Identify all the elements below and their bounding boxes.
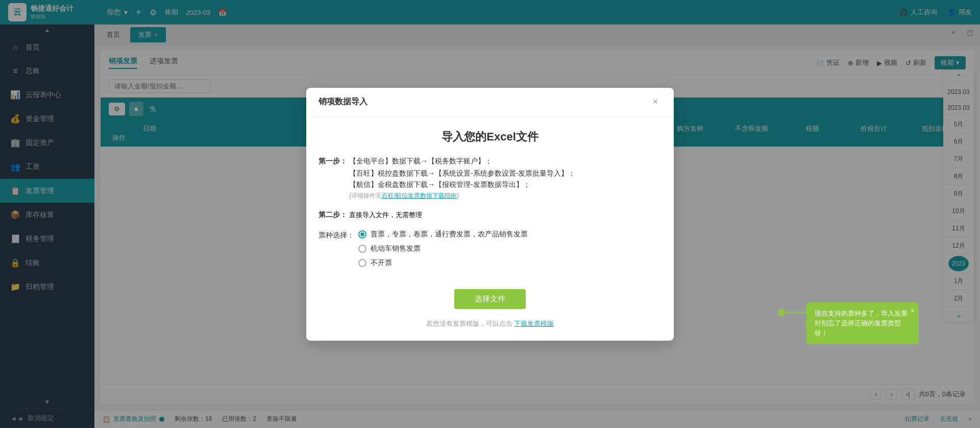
radio-circle-2	[358, 245, 366, 253]
modal-footer: 若您没有发票模版，可以点击 下载发票模版	[318, 319, 662, 328]
modal-overlay: 销项数据导入 × 导入您的Excel文件 第一步： 【全电平台】数据下载→【税务…	[0, 0, 980, 428]
step1-content1: 【全电平台】数据下载→【税务数字账户】；	[349, 157, 492, 165]
tooltip-line	[785, 312, 809, 313]
modal-body: 导入您的Excel文件 第一步： 【全电平台】数据下载→【税务数字账户】； 【百…	[306, 117, 674, 341]
step1-line3: 【航信】金税盘数据下载→【报税管理-发票数据导出】；	[318, 180, 662, 189]
step1-guide-link[interactable]: 百旺/航信发票数据下载指南	[382, 192, 457, 199]
modal-header: 销项数据导入 ×	[306, 88, 674, 117]
tooltip-text: 现在支持的票种多了，导入发票时别忘了选择正确的发票类型呀！	[815, 310, 908, 337]
step2-label: 第二步：	[318, 210, 347, 219]
step2-section: 第二步： 直接导入文件，无需整理	[318, 210, 662, 220]
tooltip-connector	[778, 310, 809, 316]
radio-dot-1	[360, 232, 364, 236]
tooltip-dot	[778, 310, 785, 316]
download-template-link[interactable]: 下载发票模版	[514, 320, 554, 327]
select-file-button[interactable]: 选择文件	[454, 289, 526, 309]
step1-line1: 第一步： 【全电平台】数据下载→【税务数字账户】；	[318, 157, 662, 166]
step1-label: 第一步：	[318, 157, 347, 165]
ticket-option-3[interactable]: 不开票	[358, 258, 528, 268]
step2-content: 直接导入文件，无需整理	[349, 211, 422, 219]
tooltip-close-btn[interactable]: ×	[911, 305, 915, 316]
radio-circle-1	[358, 230, 366, 239]
radio-circle-3	[358, 259, 366, 267]
ticket-radio-group: 普票，专票，卷票，通行费发票，农产品销售发票 机动车销售发票 不开票	[358, 230, 528, 273]
step1-line2: 【百旺】税控盘数据下载→【系统设置-系统参数设置-发票批量导入】；	[318, 169, 662, 178]
tooltip-bubble: × 现在支持的票种多了，导入发票时别忘了选择正确的发票类型呀！	[806, 302, 919, 345]
ticket-section: 票种选择： 普票，专票，卷票，通行费发票，农产品销售发票 机动车销售	[318, 230, 662, 279]
ticket-row: 票种选择： 普票，专票，卷票，通行费发票，农产品销售发票 机动车销售	[318, 230, 662, 279]
step1-link-area: (详细操作见百旺/航信发票数据下载指南)	[318, 192, 662, 200]
step1-section: 第一步： 【全电平台】数据下载→【税务数字账户】； 【百旺】税控盘数据下载→【系…	[318, 157, 662, 200]
modal-title: 销项数据导入	[318, 97, 368, 107]
ticket-option-2[interactable]: 机动车销售发票	[358, 244, 528, 253]
modal-big-title: 导入您的Excel文件	[318, 129, 662, 145]
ticket-option-1[interactable]: 普票，专票，卷票，通行费发票，农产品销售发票	[358, 230, 528, 239]
modal-dialog: 销项数据导入 × 导入您的Excel文件 第一步： 【全电平台】数据下载→【税务…	[306, 88, 674, 341]
ticket-label: 票种选择：	[318, 231, 354, 240]
modal-close-button[interactable]: ×	[649, 96, 662, 108]
